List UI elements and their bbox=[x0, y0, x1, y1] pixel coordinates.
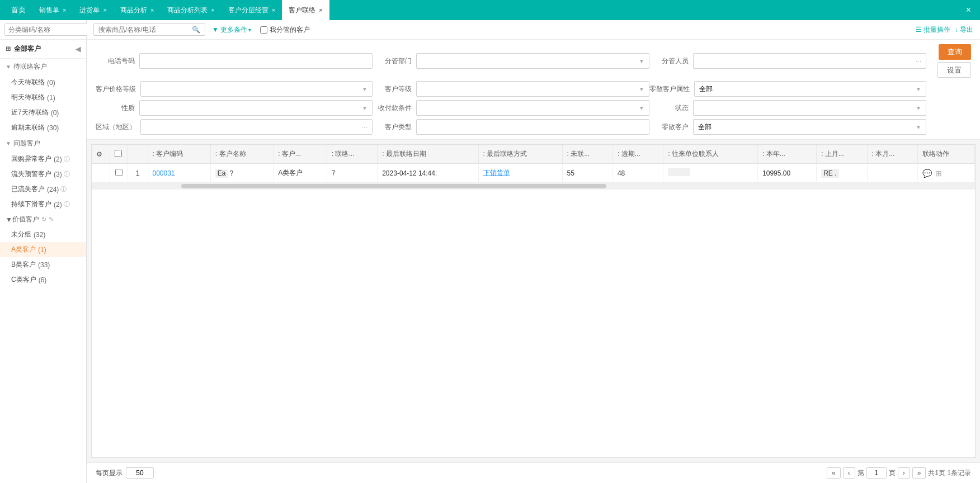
sidebar-item-abnormal-repurchase[interactable]: 回购异常客户 (2) ⓘ bbox=[0, 151, 86, 167]
last-method-link[interactable]: 下销货单 bbox=[483, 169, 510, 177]
status-select[interactable]: ▼ bbox=[693, 100, 926, 116]
sidebar-item-declining[interactable]: 持续下滑客户 (2) ⓘ bbox=[0, 197, 86, 212]
filter-search-icon[interactable]: 🔍 bbox=[192, 26, 200, 34]
page-number-input[interactable] bbox=[866, 467, 887, 479]
phone-input[interactable] bbox=[139, 53, 373, 69]
col-level[interactable]: : 客户... bbox=[274, 145, 327, 164]
row-code[interactable]: 000031 bbox=[148, 164, 210, 183]
sidebar-item-c-class[interactable]: C类客户 (6) bbox=[0, 272, 86, 287]
prev-page-button[interactable]: ‹ bbox=[843, 467, 855, 479]
filter-field-customer-type: 客户类型 bbox=[373, 119, 649, 135]
close-analysis-tab[interactable]: × bbox=[150, 7, 154, 13]
batch-icon: ☰ bbox=[916, 26, 922, 34]
sidebar-item-churn-warning[interactable]: 流失预警客户 (3) ⓘ bbox=[0, 167, 86, 182]
col-code[interactable]: : 客户编码 bbox=[148, 145, 210, 164]
row-this-year: 10995.00 bbox=[758, 164, 817, 183]
sidebar-item-today[interactable]: 今天待联络 (0) bbox=[0, 75, 86, 90]
sidebar-item-churned[interactable]: 已流失客户 (24) ⓘ bbox=[0, 182, 86, 197]
sidebar-pending-header[interactable]: ▼ 待联络客户 bbox=[0, 59, 86, 75]
close-customer-contact-tab[interactable]: × bbox=[319, 7, 322, 13]
col-gear[interactable]: ⚙ bbox=[92, 145, 110, 164]
refresh-icon[interactable]: ↻ bbox=[41, 216, 46, 223]
manager-select[interactable]: ··· bbox=[693, 53, 926, 69]
info-icon: ⓘ bbox=[64, 155, 70, 163]
filter-field-price-level: 客户价格等级 ▼ bbox=[96, 81, 373, 97]
my-customers-checkbox[interactable] bbox=[260, 26, 267, 34]
chat-icon[interactable]: 💬 bbox=[922, 169, 932, 178]
sidebar-item-b-class[interactable]: B类客户 (33) bbox=[0, 257, 86, 272]
filter-row-3: 性质 ▼ 收付款条件 ▼ 状态 bbox=[96, 100, 971, 116]
close-sales-tab[interactable]: × bbox=[63, 7, 66, 13]
nav-tab-sales[interactable]: 销售单 × bbox=[32, 0, 73, 20]
col-this-year[interactable]: : 本年... bbox=[758, 145, 817, 164]
dept-dropdown-arrow: ▼ bbox=[639, 58, 644, 64]
name-prefix: Ea bbox=[215, 169, 228, 178]
last-page-button[interactable]: » bbox=[912, 467, 926, 479]
col-no-contact[interactable]: : 未联... bbox=[562, 145, 613, 164]
customer-type-input[interactable] bbox=[416, 119, 649, 135]
col-last-method[interactable]: : 最后联络方式 bbox=[478, 145, 562, 164]
nav-tab-analysis-list[interactable]: 商品分析列表 × bbox=[161, 0, 221, 20]
info-icon-3: ⓘ bbox=[60, 185, 67, 193]
sidebar-problem-header[interactable]: ▼ 问题客户 bbox=[0, 135, 86, 151]
price-level-select[interactable]: ▼ bbox=[140, 81, 373, 97]
sidebar-item-a-class[interactable]: A类客户 (1) bbox=[0, 242, 86, 257]
close-purchase-tab[interactable]: × bbox=[103, 7, 106, 13]
nav-tab-customer-tier[interactable]: 客户分层经营 × bbox=[222, 0, 282, 20]
close-all-tabs[interactable]: × bbox=[962, 5, 976, 15]
row-last-method[interactable]: 下销货单 bbox=[478, 164, 562, 183]
nature-select[interactable]: ▼ bbox=[139, 100, 373, 116]
col-this-month[interactable]: : 本月... bbox=[867, 145, 917, 164]
col-unit-contact[interactable]: : 往来单位联系人 bbox=[663, 145, 758, 164]
close-customer-tier-tab[interactable]: × bbox=[272, 7, 275, 13]
nav-home[interactable]: 首页 bbox=[4, 0, 32, 20]
dept-select[interactable]: ▼ bbox=[416, 53, 649, 69]
customer-level-select[interactable]: ▼ bbox=[416, 81, 649, 97]
filter-search-input[interactable] bbox=[98, 26, 190, 34]
filter-bar: 🔍 ▼ 更多条件 ▾ 我分管的客户 ☰ 批量操作 ↓ 导出 bbox=[87, 20, 980, 40]
col-overdue[interactable]: : 逾期... bbox=[613, 145, 663, 164]
sidebar-value-header[interactable]: ▼ 价值客户 ↻ ✎ bbox=[0, 212, 86, 227]
first-page-button[interactable]: « bbox=[827, 467, 841, 479]
nav-tab-analysis[interactable]: 商品分析 × bbox=[114, 0, 161, 20]
payment-select[interactable]: ▼ bbox=[416, 100, 649, 116]
edit-icon[interactable]: ✎ bbox=[49, 216, 54, 223]
page-size-input[interactable] bbox=[126, 467, 154, 479]
export-button[interactable]: ↓ 导出 bbox=[955, 25, 973, 35]
filter-field-retail-attr: 零散客户属性 全部 ▼ bbox=[649, 81, 926, 97]
scrollbar-thumb[interactable] bbox=[181, 184, 606, 188]
sidebar-all-customers[interactable]: ⊞ 全部客户 ◀ bbox=[0, 40, 86, 59]
nav-tab-customer-contact[interactable]: 客户联络 × bbox=[282, 0, 329, 20]
row-checkbox[interactable] bbox=[115, 169, 123, 176]
select-all-checkbox[interactable] bbox=[115, 150, 122, 157]
more-conditions-button[interactable]: ▼ 更多条件 ▾ bbox=[212, 25, 251, 35]
retail-attr-select[interactable]: 全部 ▼ bbox=[694, 81, 926, 97]
col-last-month[interactable]: : 上月... bbox=[817, 145, 867, 164]
sidebar-item-7days[interactable]: 近7天待联络 (0) bbox=[0, 105, 86, 120]
col-last-date[interactable]: : 最后联络日期 bbox=[378, 145, 478, 164]
filter-actions: ☰ 批量操作 ↓ 导出 bbox=[916, 25, 973, 35]
settings-button[interactable]: 设置 bbox=[937, 62, 971, 78]
close-analysis-list-tab[interactable]: × bbox=[211, 7, 214, 13]
sidebar-item-tomorrow[interactable]: 明天待联络 (1) bbox=[0, 90, 86, 105]
sidebar-search-input[interactable] bbox=[4, 23, 96, 36]
batch-op-button[interactable]: ☰ 批量操作 bbox=[916, 25, 950, 35]
triangle-icon: ▼ bbox=[6, 64, 11, 70]
sidebar-item-ungrouped[interactable]: 未分组 (32) bbox=[0, 227, 86, 242]
region-select[interactable]: ··· bbox=[140, 119, 373, 135]
query-button[interactable]: 查询 bbox=[939, 44, 971, 60]
grid-icon-action[interactable]: ⊞ bbox=[935, 169, 942, 178]
col-contact[interactable]: : 联络... bbox=[327, 145, 377, 164]
filter-field-nature: 性质 ▼ bbox=[96, 100, 373, 116]
col-name[interactable]: : 客户名称 bbox=[210, 145, 273, 164]
chevron-down-icon: ▾ bbox=[248, 27, 251, 33]
col-action: 联络动作 bbox=[918, 145, 975, 164]
customer-level-arrow: ▼ bbox=[639, 86, 644, 92]
horizontal-scrollbar[interactable] bbox=[92, 183, 975, 190]
nav-tab-purchase[interactable]: 进货单 × bbox=[73, 0, 113, 20]
sidebar-item-overdue[interactable]: 逾期未联络 (30) bbox=[0, 120, 86, 135]
next-page-button[interactable]: › bbox=[898, 467, 910, 479]
sidebar-collapse-button[interactable]: ◀ bbox=[76, 45, 81, 53]
advanced-filter: 电话号码 分管部门 ▼ 分管人员 ··· 查询 bbox=[87, 40, 980, 140]
retail-select[interactable]: 全部 ▼ bbox=[693, 119, 926, 135]
